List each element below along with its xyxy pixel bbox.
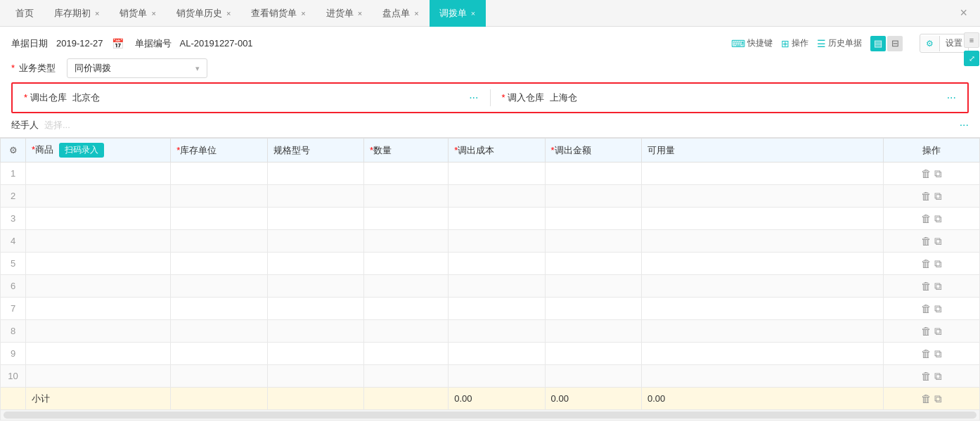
cell-spec[interactable] xyxy=(267,275,363,298)
cell-spec[interactable] xyxy=(267,185,363,208)
tab-transfer[interactable]: 调拨单 × xyxy=(430,0,486,27)
cell-amount[interactable] xyxy=(545,343,641,365)
cell-qty[interactable] xyxy=(363,365,448,388)
col-gear[interactable]: ⚙ xyxy=(1,139,26,163)
delete-icon[interactable]: 🗑 xyxy=(921,325,931,337)
target-warehouse-dots[interactable]: ··· xyxy=(947,91,956,104)
cell-unit[interactable] xyxy=(171,275,267,298)
cell-unit[interactable] xyxy=(171,230,267,253)
cell-spec[interactable] xyxy=(267,230,363,253)
close-tab-sales-history[interactable]: × xyxy=(226,9,231,18)
cell-unit[interactable] xyxy=(171,208,267,230)
close-all-tabs[interactable]: × xyxy=(953,6,974,20)
source-warehouse-dots[interactable]: ··· xyxy=(469,91,478,104)
copy-icon[interactable]: ⧉ xyxy=(934,348,942,359)
cell-unit[interactable] xyxy=(171,388,267,410)
copy-icon[interactable]: ⧉ xyxy=(934,257,942,269)
cell-amount[interactable] xyxy=(545,275,641,298)
copy-icon[interactable]: ⧉ xyxy=(934,280,942,292)
tab-sales-history[interactable]: 销货单历史 × xyxy=(167,0,241,27)
tab-view-sales[interactable]: 查看销货单 × xyxy=(241,0,316,27)
close-tab-transfer[interactable]: × xyxy=(471,9,475,18)
cell-amount[interactable] xyxy=(545,163,641,185)
cell-cost[interactable] xyxy=(449,365,545,388)
cell-qty[interactable] xyxy=(363,185,448,208)
cell-qty[interactable] xyxy=(363,253,448,275)
cell-amount[interactable] xyxy=(545,253,641,275)
cell-cost[interactable] xyxy=(449,298,545,320)
tab-purchase[interactable]: 进货单 × xyxy=(316,0,373,27)
cell-qty[interactable] xyxy=(363,343,448,365)
cell-amount[interactable] xyxy=(545,365,641,388)
shortcut-action[interactable]: ⌨ 快捷键 xyxy=(731,37,773,49)
copy-icon[interactable]: ⧉ xyxy=(934,190,942,202)
settings-button[interactable]: ⚙ 设置 xyxy=(920,34,969,53)
delete-icon[interactable]: 🗑 xyxy=(921,212,931,224)
cell-cost[interactable] xyxy=(449,343,545,365)
cell-product[interactable] xyxy=(26,343,171,365)
copy-icon[interactable]: ⧉ xyxy=(934,167,942,179)
source-warehouse-value[interactable]: 北京仓 xyxy=(72,91,463,104)
cell-available[interactable] xyxy=(641,230,883,253)
layout-icon-2[interactable]: ⊟ xyxy=(887,36,903,51)
tab-sales-order[interactable]: 销货单 × xyxy=(110,0,166,27)
cell-qty[interactable] xyxy=(363,230,448,253)
cell-qty[interactable] xyxy=(363,163,448,185)
cell-unit[interactable] xyxy=(171,365,267,388)
close-tab-stocktake[interactable]: × xyxy=(414,9,418,18)
cell-available[interactable] xyxy=(641,298,883,320)
delete-icon[interactable]: 🗑 xyxy=(921,370,931,382)
cell-spec[interactable] xyxy=(267,298,363,320)
cell-cost[interactable] xyxy=(449,163,545,185)
cell-product[interactable] xyxy=(26,298,171,320)
cell-cost[interactable] xyxy=(449,320,545,343)
close-tab-sales-order[interactable]: × xyxy=(151,9,155,18)
cell-available[interactable] xyxy=(641,365,883,388)
tab-inventory-init[interactable]: 库存期初 × xyxy=(44,0,110,27)
handler-dots[interactable]: ··· xyxy=(960,119,969,132)
cell-available[interactable]: 0.00 xyxy=(641,388,883,410)
cell-cost[interactable] xyxy=(449,230,545,253)
delete-icon[interactable]: 🗑 xyxy=(921,257,931,269)
cell-unit[interactable] xyxy=(171,320,267,343)
sidebar-expand-btn[interactable]: ⤢ xyxy=(964,51,979,66)
cell-product[interactable] xyxy=(26,365,171,388)
delete-icon[interactable]: 🗑 xyxy=(921,393,931,404)
close-tab-inventory-init[interactable]: × xyxy=(95,9,99,18)
cell-unit[interactable] xyxy=(171,185,267,208)
cell-amount[interactable] xyxy=(545,230,641,253)
cell-qty[interactable] xyxy=(363,320,448,343)
cell-unit[interactable] xyxy=(171,298,267,320)
target-warehouse-value[interactable]: 上海仓 xyxy=(550,91,941,104)
copy-icon[interactable]: ⧉ xyxy=(934,325,942,337)
cell-product[interactable] xyxy=(26,163,171,185)
cell-cost[interactable] xyxy=(449,275,545,298)
cell-qty[interactable] xyxy=(363,275,448,298)
cell-product[interactable]: 小计 xyxy=(26,388,171,410)
cell-amount[interactable] xyxy=(545,298,641,320)
cell-available[interactable] xyxy=(641,343,883,365)
tab-stocktake[interactable]: 盘点单 × xyxy=(373,0,429,27)
copy-icon[interactable]: ⧉ xyxy=(934,302,942,314)
cell-product[interactable] xyxy=(26,230,171,253)
cell-available[interactable] xyxy=(641,163,883,185)
copy-icon[interactable]: ⧉ xyxy=(934,235,942,247)
cell-qty[interactable] xyxy=(363,298,448,320)
cell-cost[interactable]: 0.00 xyxy=(449,388,545,410)
delete-icon[interactable]: 🗑 xyxy=(921,190,931,202)
scan-entry-button[interactable]: 扫码录入 xyxy=(59,143,104,158)
cell-unit[interactable] xyxy=(171,253,267,275)
operations-action[interactable]: ⊞ 操作 xyxy=(781,37,808,49)
cell-product[interactable] xyxy=(26,253,171,275)
cell-spec[interactable] xyxy=(267,208,363,230)
close-tab-view-sales[interactable]: × xyxy=(301,9,305,18)
cell-available[interactable] xyxy=(641,275,883,298)
gear-col-icon[interactable]: ⚙ xyxy=(9,145,18,155)
cell-cost[interactable] xyxy=(449,253,545,275)
cell-spec[interactable] xyxy=(267,253,363,275)
tab-home[interactable]: 首页 xyxy=(6,0,44,27)
handler-placeholder[interactable]: 选择... xyxy=(44,119,960,132)
delete-icon[interactable]: 🗑 xyxy=(921,302,931,314)
cell-unit[interactable] xyxy=(171,163,267,185)
cell-amount[interactable] xyxy=(545,208,641,230)
